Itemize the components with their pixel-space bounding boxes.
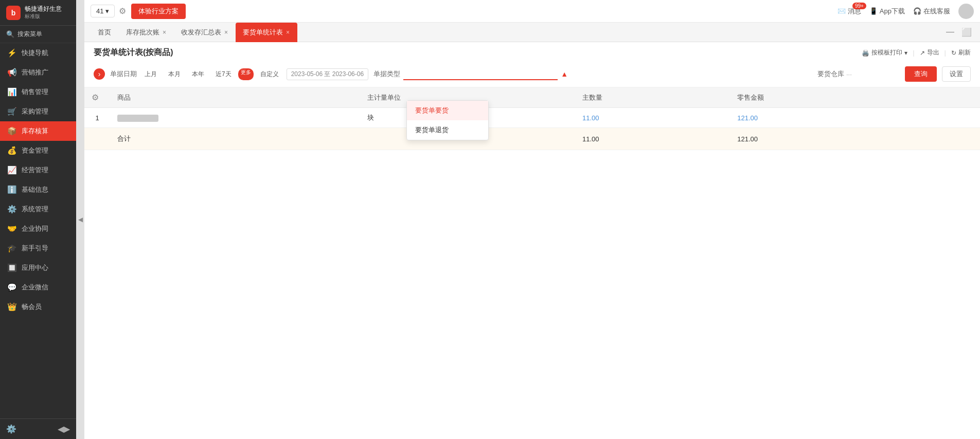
date-btn-nian[interactable]: 本年	[187, 68, 209, 80]
tab-summary[interactable]: 收发存汇总表 ×	[174, 23, 236, 42]
collab-icon: 🤝	[6, 224, 17, 233]
setting-button[interactable]: 设置	[942, 66, 971, 82]
date-btn-custom[interactable]: 自定义	[256, 68, 283, 80]
date-btn-shang[interactable]: 上月	[140, 68, 162, 80]
cell-extra	[915, 108, 980, 128]
table-footer-row: 合计 11.00 121.00	[84, 128, 980, 150]
sidebar-item-system[interactable]: ⚙️ 系统管理	[0, 199, 76, 219]
sidebar-item-guide[interactable]: 🎓 新手引导	[0, 239, 76, 258]
print-label: 按模板打印	[871, 48, 902, 57]
refresh-button[interactable]: ↻ 刷新	[951, 48, 971, 57]
refresh-icon: ↻	[951, 49, 956, 57]
tab-close-icon[interactable]: ×	[286, 29, 290, 36]
sidebar-item-wecom[interactable]: 💬 企业微信	[0, 278, 76, 297]
date-btn-jin7[interactable]: 近7天	[211, 68, 236, 80]
sidebar-item-operations[interactable]: 📈 经营管理	[0, 160, 76, 180]
page-actions: 🖨️ 按模板打印 ▾ | ↗ 导出 | ↻ 刷新	[862, 48, 971, 57]
dropdown-item-order[interactable]: 要货单要货	[407, 101, 488, 120]
guide-icon: 🎓	[6, 244, 17, 253]
online-service-label: 在线客服	[923, 7, 950, 16]
table-container: ⚙ 商品 主计量单位 主数量 零售金额 1	[84, 87, 980, 150]
inventory-icon: 📦	[6, 126, 17, 136]
col-product-header: 商品	[110, 87, 360, 108]
footer-empty1	[84, 128, 110, 150]
sidebar-footer: ⚙️ ◀▶	[0, 418, 76, 439]
sidebar-item-appcenter[interactable]: 🔲 应用中心	[0, 258, 76, 278]
app-logo-text: 畅捷通好生意 标准版	[25, 5, 62, 21]
collapse-icon[interactable]: ◀▶	[58, 424, 70, 434]
print-icon: 🖨️	[862, 49, 869, 57]
system-icon: ⚙️	[6, 205, 17, 214]
date-more-badge[interactable]: 更多	[238, 68, 254, 80]
tab-label: 库存批次账	[126, 28, 159, 37]
amount-link[interactable]: 121.00	[737, 114, 758, 122]
online-service-button[interactable]: 🎧 在线客服	[913, 7, 950, 16]
tabs-right-actions: — ⬜	[944, 26, 974, 38]
sidebar-search[interactable]: 🔍 搜索菜单	[0, 26, 76, 43]
type-filter-input[interactable]	[403, 68, 558, 80]
table-settings-icon[interactable]: ⚙	[92, 93, 99, 102]
col-quantity-header: 主数量	[575, 87, 730, 108]
gear-icon[interactable]: ⚙	[119, 6, 126, 16]
chevron-down-icon: ▾	[105, 7, 109, 15]
sidebar-search-label: 搜索菜单	[17, 30, 42, 39]
col-extra-header	[915, 87, 980, 108]
main-area: 41 ▾ ⚙ 体验行业方案 ✉️ 消息 99+ 📱 App下载 🎧 在线客服	[84, 0, 980, 439]
dropdown-item-label: 要货单要货	[415, 106, 449, 114]
sidebar-item-label: 营销推广	[22, 68, 70, 77]
settings-icon[interactable]: ⚙️	[6, 424, 16, 434]
sidebar-item-finance[interactable]: 💰 资金管理	[0, 141, 76, 160]
account-selector[interactable]: 41 ▾	[91, 5, 115, 17]
date-filter-group: 单据日期 上月 本月 本年 近7天 更多 自定义 2023-05-06 至 20…	[110, 68, 368, 80]
user-avatar[interactable]	[958, 4, 974, 19]
finance-icon: 💰	[6, 146, 17, 155]
topbar-right: ✉️ 消息 99+ 📱 App下载 🎧 在线客服	[838, 4, 974, 19]
col-settings-header: ⚙	[84, 87, 110, 108]
sidebar-item-inventory[interactable]: 📦 库存核算	[0, 121, 76, 141]
tab-expand-button[interactable]: ⬜	[959, 26, 974, 38]
message-button[interactable]: ✉️ 消息 99+	[838, 7, 861, 16]
app-logo-icon: b	[6, 6, 21, 20]
data-table: ⚙ 商品 主计量单位 主数量 零售金额 1	[84, 87, 980, 150]
type-filter-arrow[interactable]: ▲	[561, 70, 568, 78]
download-icon: 📱	[869, 7, 878, 15]
sidebar-item-marketing[interactable]: 📢 营销推广	[0, 63, 76, 82]
tabs-bar: 首页 库存批次账 × 收发存汇总表 × 要货单统计表 × — ⬜	[84, 23, 980, 42]
cell-quantity: 11.00	[575, 108, 730, 128]
date-btn-ben[interactable]: 本月	[164, 68, 185, 80]
footer-label: 合计	[110, 128, 360, 150]
print-button[interactable]: 🖨️ 按模板打印 ▾	[862, 48, 907, 57]
dropdown-item-label: 要货单退货	[415, 126, 449, 134]
quantity-link[interactable]: 11.00	[582, 114, 599, 122]
warehouse-more-icon[interactable]: ···	[846, 70, 852, 78]
service-icon: 🎧	[913, 7, 921, 15]
dropdown-item-return[interactable]: 要货单退货	[407, 120, 488, 140]
query-button[interactable]: 查询	[905, 66, 937, 82]
tab-label: 首页	[98, 28, 111, 37]
sidebar-item-label: 畅会员	[22, 302, 70, 312]
sidebar-collapse-handle[interactable]: ◀	[76, 0, 84, 439]
sales-icon: 📊	[6, 87, 17, 97]
filter-expand-button[interactable]: ›	[94, 68, 105, 80]
sidebar-item-member[interactable]: 👑 畅会员	[0, 297, 76, 317]
sidebar-item-purchase[interactable]: 🛒 采购管理	[0, 102, 76, 121]
tab-minimize-button[interactable]: —	[944, 26, 956, 38]
tab-close-icon[interactable]: ×	[224, 29, 228, 36]
tab-label: 收发存汇总表	[181, 28, 221, 37]
sidebar-item-quicknav[interactable]: ⚡ 快捷导航	[0, 43, 76, 63]
footer-amount: 121.00	[730, 128, 915, 150]
warehouse-filter-label: 要货仓库	[817, 69, 844, 79]
tab-close-icon[interactable]: ×	[163, 29, 166, 36]
export-button[interactable]: ↗ 导出	[920, 48, 939, 57]
wecom-icon: 💬	[6, 283, 17, 292]
sidebar-item-label: 库存核算	[22, 126, 70, 136]
tab-order-stats[interactable]: 要货单统计表 ×	[236, 23, 297, 42]
appcenter-icon: 🔲	[6, 263, 17, 272]
sidebar-item-sales[interactable]: 📊 销售管理	[0, 82, 76, 102]
sidebar-item-collab[interactable]: 🤝 企业协同	[0, 219, 76, 239]
sidebar-item-basic-info[interactable]: ℹ️ 基础信息	[0, 180, 76, 199]
trial-industry-button[interactable]: 体验行业方案	[131, 4, 186, 19]
tab-batch-account[interactable]: 库存批次账 ×	[119, 23, 174, 42]
tab-home[interactable]: 首页	[91, 23, 119, 42]
app-download-button[interactable]: 📱 App下载	[869, 7, 905, 16]
